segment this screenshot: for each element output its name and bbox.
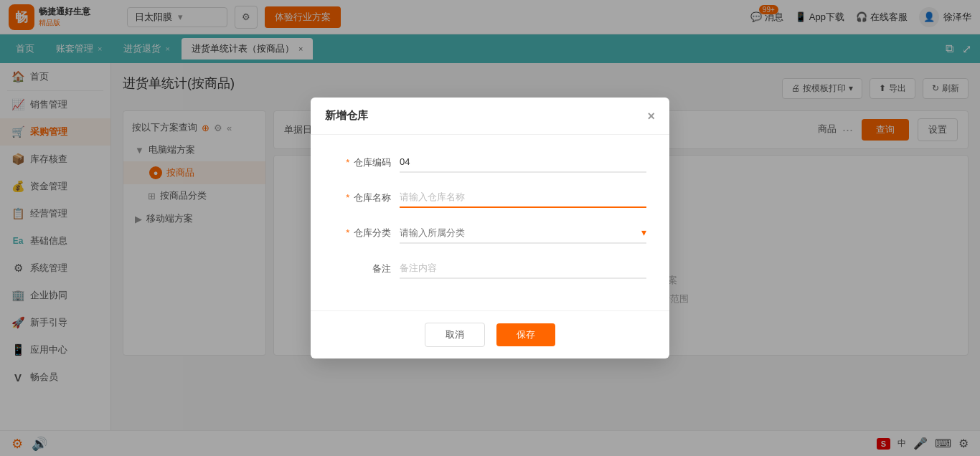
note-input[interactable] — [400, 258, 646, 279]
category-input[interactable] — [400, 227, 641, 238]
name-label: * 仓库名称 — [334, 191, 391, 204]
note-label-text: 备注 — [372, 263, 391, 274]
form-row-name: * 仓库名称 — [334, 187, 646, 208]
save-button[interactable]: 保存 — [496, 323, 555, 346]
category-select[interactable]: ▾ — [400, 222, 646, 244]
form-row-code: * 仓库编码 — [334, 152, 646, 173]
code-label-text: 仓库编码 — [354, 157, 391, 168]
name-required: * — [346, 192, 349, 203]
add-warehouse-dialog: 新增仓库 × * 仓库编码 * 仓库名称 — [311, 98, 669, 358]
dialog-body: * 仓库编码 * 仓库名称 * 仓库分类 — [311, 135, 669, 310]
category-arrow-icon: ▾ — [641, 227, 646, 238]
code-input[interactable] — [400, 152, 646, 173]
code-required: * — [346, 157, 349, 168]
note-label: 备注 — [334, 262, 391, 275]
cancel-button[interactable]: 取消 — [425, 323, 485, 347]
name-input[interactable] — [400, 187, 646, 208]
dialog-footer: 取消 保存 — [311, 310, 669, 358]
form-row-note: 备注 — [334, 258, 646, 279]
dialog-close-btn[interactable]: × — [647, 110, 655, 123]
name-label-text: 仓库名称 — [354, 192, 391, 203]
form-row-category: * 仓库分类 ▾ — [334, 222, 646, 244]
dialog-header: 新增仓库 × — [311, 98, 669, 135]
code-label: * 仓库编码 — [334, 156, 391, 169]
category-label-text: 仓库分类 — [354, 227, 391, 238]
modal-overlay[interactable]: 新增仓库 × * 仓库编码 * 仓库名称 — [0, 0, 980, 456]
dialog-title: 新增仓库 — [325, 109, 368, 123]
category-label: * 仓库分类 — [334, 227, 391, 239]
category-required: * — [346, 227, 349, 238]
